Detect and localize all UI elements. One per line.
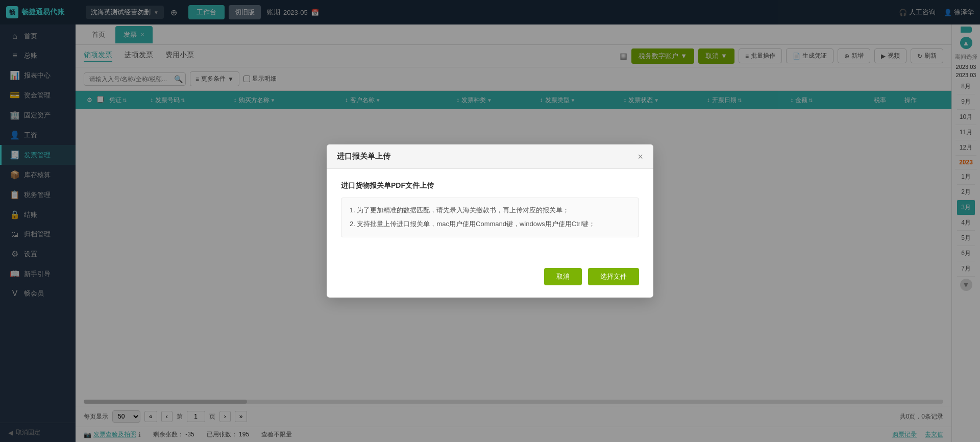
import-customs-modal: 进口报关单上传 × 进口货物报关单PDF文件上传 1. 为了更加精准的数据匹配，…	[327, 144, 653, 298]
modal-section-title: 进口货物报关单PDF文件上传	[341, 181, 639, 190]
modal-title: 进口报关单上传	[337, 152, 390, 161]
modal-header: 进口报关单上传 ×	[327, 144, 653, 169]
modal-select-file-button[interactable]: 选择文件	[588, 268, 639, 285]
modal-info-item-2: 2. 支持批量上传进口报关单，mac用户使用Command键，windows用户…	[350, 219, 630, 230]
modal-footer: 取消 选择文件	[327, 260, 653, 298]
modal-body: 进口货物报关单PDF文件上传 1. 为了更加精准的数据匹配，请先录入海关缴款书，…	[327, 169, 653, 260]
modal-info-box: 1. 为了更加精准的数据匹配，请先录入海关缴款书，再上传对应的报关单； 2. 支…	[341, 198, 639, 237]
modal-overlay: 进口报关单上传 × 进口货物报关单PDF文件上传 1. 为了更加精准的数据匹配，…	[0, 0, 980, 442]
modal-cancel-button[interactable]: 取消	[544, 268, 582, 285]
modal-close-button[interactable]: ×	[638, 152, 643, 161]
modal-info-item-1: 1. 为了更加精准的数据匹配，请先录入海关缴款书，再上传对应的报关单；	[350, 205, 630, 216]
